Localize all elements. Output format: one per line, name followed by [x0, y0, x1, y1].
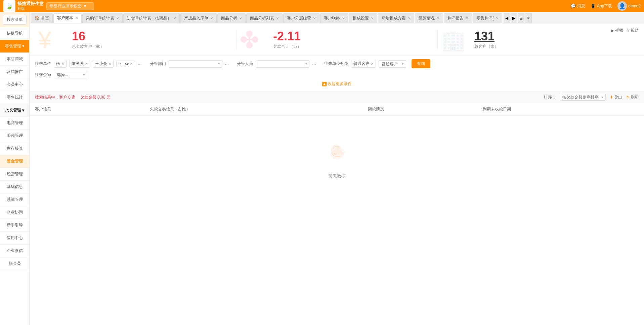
tab-cost-in[interactable]: 产成品入库单 ✕ — [180, 13, 217, 23]
tab-nav-menu[interactable]: ⊟ — [518, 13, 524, 23]
query-btn[interactable]: 查询 — [412, 59, 430, 68]
close-icon[interactable]: ✕ — [496, 16, 499, 20]
tab-promotion-settings[interactable]: 提成设置 ✕ — [349, 13, 377, 23]
sidebar-item-enterprise-wechat[interactable]: 企业微信 — [0, 245, 29, 257]
tab-nav-right[interactable]: ▶ — [511, 13, 517, 23]
sidebar-item-system[interactable]: 系统管理 — [0, 193, 29, 206]
filter-tag-chen-remove[interactable]: ✕ — [85, 62, 88, 66]
filter-tag-cjttcw-remove[interactable]: ✕ — [130, 62, 133, 66]
sidebar-item-ecommerce[interactable]: 电商管理 — [0, 117, 29, 130]
filter-balance-select[interactable]: 选择... — [54, 71, 87, 78]
tab-close-all[interactable]: ✕ — [525, 13, 532, 23]
sidebar-item-enterprise[interactable]: 企业协同 — [0, 206, 29, 219]
sort-select[interactable]: 按欠款金额倒序排序 — [560, 94, 606, 101]
empty-illustration — [324, 136, 350, 163]
search-result-bar: 搜索结果中，客户 0 家 欠款金额 0.00 元 排序： 按欠款金额倒序排序 — [30, 92, 644, 103]
sidebar-item-retail-stats[interactable]: 零售统计 — [0, 91, 29, 104]
tab-retail-profit[interactable]: 零售利润( ✕ — [473, 13, 502, 23]
collapse-filter-btn[interactable]: 🔼 收起更多条件 — [322, 81, 352, 87]
sidebar-quick-nav[interactable]: 快捷导航 — [0, 27, 29, 40]
header-actions: ▶ 视频 ? 帮助 — [611, 28, 639, 33]
close-icon[interactable]: ✕ — [342, 16, 345, 20]
tab-home[interactable]: 🏠 首页 — [31, 13, 53, 23]
sort-label: 排序： — [544, 95, 556, 100]
filter-tag-unit-type-remove[interactable]: ✕ — [371, 62, 374, 66]
tab-new-promotion[interactable]: 新增提成方案 ✕ — [378, 13, 414, 23]
sidebar-item-finance[interactable]: 资金管理 — [0, 155, 29, 168]
close-icon[interactable]: ✕ — [210, 16, 213, 20]
close-icon[interactable]: ✕ — [408, 16, 411, 20]
close-icon[interactable]: ✕ — [437, 16, 439, 20]
filter-row-2: 往来余额 选择... — [35, 71, 639, 78]
filter-dept-select[interactable] — [169, 60, 222, 68]
sidebar-item-inventory[interactable]: 库存核算 — [0, 142, 29, 155]
sidebar-item-app-center[interactable]: 应用中心 — [0, 232, 29, 245]
company-selector[interactable]: 母婴行业演示帐套 ▼ — [46, 2, 94, 10]
tab-goods-analysis[interactable]: 商品分析 ✕ — [217, 13, 246, 23]
stat-ar-amount-number: -2.11 — [273, 30, 301, 42]
sidebar-item-purchase[interactable]: 采购管理 — [0, 130, 29, 142]
col-payment: 回款情况 — [362, 103, 477, 116]
logo-text-group: 畅捷通好生意 标版 — [17, 1, 44, 11]
tab-customer-tier[interactable]: 客户分层经营 ✕ — [283, 13, 319, 23]
sidebar-item-basic-info[interactable]: 基础信息 — [0, 181, 29, 193]
refresh-btn[interactable]: ↻ 刷新 — [626, 95, 639, 100]
main-layout: 搜索菜单 快捷导航 零售管理 ▾ 零售商城 营销推广 会员中心 零售统计 批发管… — [0, 12, 644, 325]
filter-unit-type-select[interactable]: 普通客户 — [379, 60, 406, 68]
sidebar-item-member[interactable]: 会员中心 — [0, 78, 29, 91]
sidebar-item-new-guide[interactable]: 新手引导 — [0, 219, 29, 232]
table-container: 客户信息 欠款交易信息（占比） 回款情况 到期未收款日期 — [30, 103, 644, 325]
avatar: 👤 — [617, 1, 627, 11]
sidebar-search-area: 搜索菜单 — [0, 12, 29, 27]
filter-tag-wang-remove[interactable]: ✕ — [109, 62, 111, 66]
close-icon[interactable]: ✕ — [466, 16, 468, 20]
tab-biz-status[interactable]: 经营情况 ✕ — [415, 13, 443, 23]
sidebar-item-retail[interactable]: 零售管理 ▾ — [0, 40, 29, 53]
sidebar-item-wholesale[interactable]: 批发管理 ▾ — [0, 104, 29, 117]
close-icon[interactable]: ✕ — [239, 16, 242, 20]
logo-sub: 标版 — [17, 6, 44, 11]
close-icon[interactable]: ✕ — [276, 16, 279, 20]
close-icon[interactable]: ✕ — [371, 16, 374, 20]
close-icon[interactable]: ✕ — [173, 16, 176, 20]
filter-balance-label: 往来余额 — [35, 72, 51, 78]
sidebar-item-operations[interactable]: 经营管理 — [0, 168, 29, 181]
search-menu-btn[interactable]: 搜索菜单 — [3, 15, 27, 25]
filter-area: 往来单位 伍 ✕ 陈民强 ✕ 王小亮 ✕ cjttcw — [30, 56, 644, 92]
filter-dept-more[interactable]: ··· — [225, 61, 229, 67]
tab-goods-analysis-list[interactable]: 商品分析列表 ✕ — [246, 13, 283, 23]
tab-customer-connect[interactable]: 客户联络 ✕ — [320, 13, 348, 23]
filter-more-tags[interactable]: ··· — [138, 61, 142, 67]
sidebar-item-marketing[interactable]: 营销推广 — [0, 66, 29, 78]
home-icon: 🏠 — [35, 16, 40, 21]
tab-ar[interactable]: 客户账本 ✕ — [53, 13, 82, 23]
filter-tag-wu-remove[interactable]: ✕ — [61, 62, 64, 66]
svg-point-3 — [339, 149, 345, 155]
app-download-btn[interactable]: 📱 App下载 — [591, 3, 612, 9]
filter-person-select[interactable] — [256, 60, 309, 68]
sort-select-wrap: 按欠款金额倒序排序 — [560, 94, 606, 101]
close-icon[interactable]: ✕ — [116, 16, 119, 20]
help-btn[interactable]: ? 帮助 — [627, 28, 639, 33]
tab-purchase-stats[interactable]: 进货单统计表（按商品） ✕ — [123, 13, 180, 23]
video-btn[interactable]: ▶ 视频 — [611, 28, 623, 33]
close-icon[interactable]: ✕ — [75, 16, 78, 20]
sidebar-item-retail-mall[interactable]: 零售商城 — [0, 53, 29, 66]
tab-profit-report[interactable]: 利润报告 ✕ — [444, 13, 472, 23]
tab-purchase-order[interactable]: 采购订单统计表 ✕ — [82, 13, 123, 23]
stats-header: ¥ 16 总欠款客户（家） ✤ -2.11 欠款合计（万） 🏢 131 总客户 — [30, 24, 644, 56]
message-btn[interactable]: 💬 消息 — [571, 3, 585, 9]
filter-tag-unit-type: 普通客户 ✕ — [351, 60, 376, 68]
export-btn[interactable]: ⬇ 导出 — [610, 95, 622, 100]
sidebar-item-vip-member[interactable]: 畅会员 — [0, 257, 29, 270]
filter-dept-select-wrap — [169, 60, 222, 68]
filter-person-more[interactable]: ··· — [312, 61, 316, 67]
refresh-icon: ↻ — [626, 95, 630, 100]
tab-nav-left[interactable]: ◀ — [504, 13, 510, 23]
table-head: 客户信息 欠款交易信息（占比） 回款情况 到期未收款日期 — [30, 103, 644, 116]
user-avatar-btn[interactable]: 👤 demo2 — [617, 1, 641, 11]
filter-tag-wu: 伍 ✕ — [54, 60, 67, 68]
close-icon[interactable]: ✕ — [313, 16, 316, 20]
stat-total-customers-label: 总客户（家） — [474, 44, 499, 49]
filter-person-label: 分管人员 — [237, 61, 253, 67]
